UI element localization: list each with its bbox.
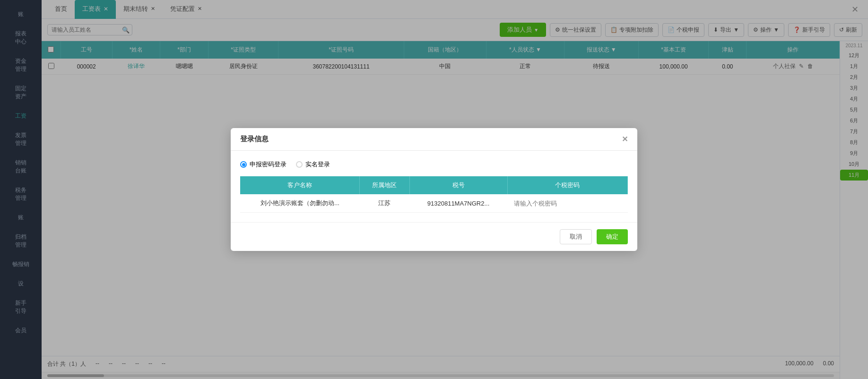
dialog-footer: 取消 确定 xyxy=(231,222,637,251)
dialog-table: 客户名称 所属地区 税号 个税密码 刘小艳演示账套（勿删勿动... 江苏 913… xyxy=(240,176,628,213)
dialog-table-row: 刘小艳演示账套（勿删勿动... 江苏 91320811MA7NGR2... xyxy=(240,194,628,213)
login-type-radio-group: 申报密码登录 实名登录 xyxy=(240,160,628,169)
radio-password-login[interactable]: 申报密码登录 xyxy=(240,160,286,169)
confirm-button[interactable]: 确定 xyxy=(597,229,628,244)
login-dialog: 登录信息 ✕ 申报密码登录 实名登录 xyxy=(231,128,637,251)
app-container: 账 报表中心 资金管理 固定资产 工资 发票管理 销销台账 税务管理 账 归档管… xyxy=(0,0,868,379)
dialog-region: 江苏 xyxy=(360,194,409,213)
dialog-col-region: 所属地区 xyxy=(360,176,409,194)
dialog-client-name: 刘小艳演示账套（勿删勿动... xyxy=(240,194,360,213)
dialog-header: 登录信息 ✕ xyxy=(231,128,637,151)
modal-overlay: 登录信息 ✕ 申报密码登录 实名登录 xyxy=(0,0,868,379)
tax-password-input[interactable] xyxy=(514,200,621,207)
dialog-col-tax-pw: 个税密码 xyxy=(507,176,627,194)
radio-password-circle xyxy=(240,161,247,168)
dialog-tax-pw-input-cell[interactable] xyxy=(507,194,627,213)
radio-realname-circle xyxy=(296,161,303,168)
dialog-title: 登录信息 xyxy=(240,135,269,144)
dialog-close-button[interactable]: ✕ xyxy=(622,135,628,144)
dialog-body: 申报密码登录 实名登录 客户名称 所属地区 税号 个税密码 xyxy=(231,151,637,222)
dialog-tax-no: 91320811MA7NGR2... xyxy=(409,194,507,213)
cancel-button[interactable]: 取消 xyxy=(560,229,592,244)
radio-realname-login[interactable]: 实名登录 xyxy=(296,160,330,169)
dialog-col-name: 客户名称 xyxy=(240,176,360,194)
dialog-col-tax-no: 税号 xyxy=(409,176,507,194)
